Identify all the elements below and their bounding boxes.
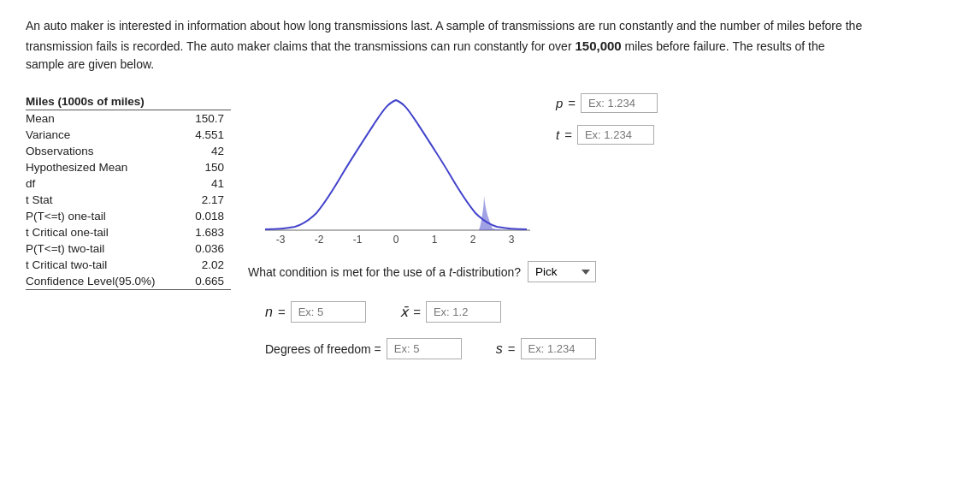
dof-group: Degrees of freedom =: [265, 338, 462, 359]
table-cell-value: 150: [178, 159, 231, 175]
p-label: p: [556, 96, 563, 110]
xbar-group: x̄ =: [400, 301, 501, 323]
table-cell-label: P(T<=t) one-tail: [26, 208, 178, 224]
table-cell-label: Confidence Level(95.0%): [26, 273, 178, 290]
svg-text:-2: -2: [315, 234, 324, 246]
intro-paragraph: An auto maker is interested in informati…: [26, 17, 864, 74]
svg-text:3: 3: [509, 234, 515, 246]
xbar-label: x̄: [400, 304, 408, 320]
main-content: Miles (1000s of miles) Mean150.7Variance…: [26, 93, 954, 359]
table-cell-value: 2.02: [178, 257, 231, 273]
input-row-2: Degrees of freedom = s =: [265, 338, 596, 359]
table-cell-value: 0.018: [178, 208, 231, 224]
chart-area: -3 -2 -1 0 1 2 3 p =: [248, 93, 954, 359]
p-input[interactable]: [581, 93, 658, 113]
table-cell-label: t Critical one-tail: [26, 224, 178, 240]
table-cell-label: Variance: [26, 127, 178, 143]
svg-text:-1: -1: [353, 234, 363, 246]
s-label: s: [496, 341, 503, 357]
table-cell-label: P(T<=t) two-tail: [26, 240, 178, 257]
table-cell-label: t Stat: [26, 192, 178, 208]
input-row-1: n = x̄ =: [265, 301, 596, 323]
s-input[interactable]: [521, 338, 596, 359]
svg-text:1: 1: [432, 234, 438, 246]
condition-text: What condition is met for the use of a t…: [248, 265, 521, 279]
table-cell-value: 41: [178, 175, 231, 192]
svg-text:-3: -3: [276, 234, 286, 246]
chart-and-controls: -3 -2 -1 0 1 2 3 p =: [248, 93, 954, 247]
p-formula-row: p =: [556, 93, 658, 113]
table-cell-label: Hypothesized Mean: [26, 159, 178, 175]
t-label: t: [556, 127, 559, 142]
table-cell-label: Observations: [26, 143, 178, 159]
n-label: n: [265, 305, 273, 320]
highlight-value: 150,000: [575, 39, 621, 53]
t-input[interactable]: [577, 125, 654, 145]
table-cell-value: 42: [178, 143, 231, 159]
table-cell-label: df: [26, 175, 178, 192]
xbar-input[interactable]: [426, 301, 501, 323]
stats-table: Miles (1000s of miles) Mean150.7Variance…: [26, 93, 231, 290]
table-cell-label: Mean: [26, 110, 178, 127]
table-header: Miles (1000s of miles): [26, 93, 231, 110]
condition-select[interactable]: Pick: [528, 261, 596, 282]
table-cell-value: 0.665: [178, 273, 231, 290]
s-group: s =: [496, 338, 596, 359]
table-cell-label: t Critical two-tail: [26, 257, 178, 273]
condition-row: What condition is met for the use of a t…: [248, 261, 596, 282]
table-cell-value: 1.683: [178, 224, 231, 240]
pt-controls: p = t =: [556, 93, 658, 153]
table-cell-value: 0.036: [178, 240, 231, 257]
table-cell-value: 150.7: [178, 110, 231, 127]
chart-container: -3 -2 -1 0 1 2 3: [248, 93, 539, 247]
table-cell-value: 4.551: [178, 127, 231, 143]
dof-label: Degrees of freedom =: [265, 342, 381, 356]
bell-curve-svg: -3 -2 -1 0 1 2 3: [248, 93, 539, 247]
svg-text:2: 2: [470, 234, 476, 246]
t-italic: t: [449, 265, 452, 279]
table-cell-value: 2.17: [178, 192, 231, 208]
t-formula-row: t =: [556, 125, 658, 145]
n-group: n =: [265, 301, 366, 323]
svg-text:0: 0: [393, 234, 399, 246]
n-input[interactable]: [291, 301, 366, 323]
dof-input[interactable]: [387, 338, 462, 359]
bottom-inputs: n = x̄ = Degrees of freedom = s =: [248, 301, 596, 359]
